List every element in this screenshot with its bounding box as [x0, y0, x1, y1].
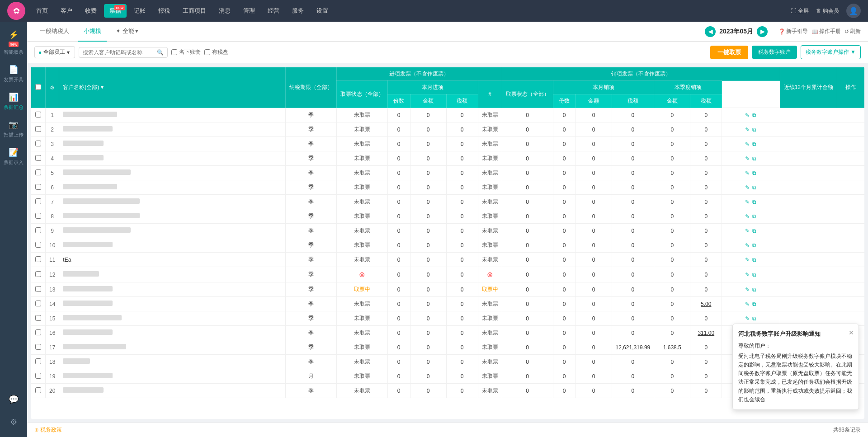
copy-btn[interactable]: ⧉	[752, 127, 756, 133]
name-cell[interactable]	[59, 108, 285, 122]
select-all-checkbox[interactable]	[35, 84, 41, 90]
edit-btn[interactable]: ✎	[745, 272, 750, 278]
checkbox-cell[interactable]	[31, 224, 46, 238]
row-checkbox[interactable]	[35, 344, 41, 350]
checkbox-cell[interactable]	[31, 369, 46, 384]
copy-btn[interactable]: ⧉	[752, 301, 756, 307]
name-cell[interactable]	[59, 180, 285, 195]
checkbox-cell[interactable]	[31, 340, 46, 355]
policy-link[interactable]: ⊙ 税务政策	[34, 426, 62, 434]
copy-btn[interactable]: ⧉	[752, 112, 756, 118]
name-cell[interactable]	[59, 355, 285, 369]
search-input[interactable]	[83, 49, 155, 56]
copy-btn[interactable]: ⧉	[752, 315, 756, 322]
tab-small-scale[interactable]: 小规模	[78, 22, 107, 42]
refresh-link[interactable]: ↺ 刷新	[844, 28, 861, 35]
checkbox-cell[interactable]	[31, 209, 46, 224]
name-cell[interactable]	[59, 340, 285, 355]
row-checkbox[interactable]	[35, 227, 41, 233]
checkbox-cell[interactable]	[31, 180, 46, 195]
checkbox-cell[interactable]	[31, 137, 46, 151]
checkbox-subaccount[interactable]: 名下账套	[171, 48, 201, 56]
checkbox-cell[interactable]	[31, 282, 46, 297]
name-cell[interactable]	[59, 151, 285, 166]
name-cell[interactable]	[59, 326, 285, 340]
name-cell[interactable]: tEa	[59, 253, 285, 267]
checkbox-cell[interactable]	[31, 151, 46, 166]
manual-link[interactable]: 📖 操作手册	[811, 28, 841, 35]
checkbox-taxdisk[interactable]: 有税盘	[204, 48, 228, 56]
search-icon[interactable]: 🔍	[157, 49, 164, 56]
edit-btn[interactable]: ✎	[745, 315, 750, 322]
row-checkbox[interactable]	[35, 198, 41, 204]
sidebar-config[interactable]: ⚙	[7, 413, 20, 432]
sidebar-chat[interactable]: 💬	[7, 390, 20, 409]
checkbox-cell[interactable]	[31, 166, 46, 180]
copy-btn[interactable]: ⧉	[752, 228, 756, 234]
name-cell[interactable]	[59, 297, 285, 311]
nav-settings[interactable]: 设置	[311, 4, 334, 18]
user-avatar[interactable]: 👤	[846, 4, 861, 18]
in-error-icon[interactable]: ⊗	[359, 271, 365, 278]
row-checkbox[interactable]	[35, 126, 41, 132]
name-cell[interactable]	[59, 267, 285, 282]
copy-btn[interactable]: ⧉	[752, 257, 756, 263]
checkbox-cell[interactable]	[31, 297, 46, 311]
copy-btn[interactable]: ⧉	[752, 155, 756, 162]
name-cell[interactable]	[59, 238, 285, 253]
copy-btn[interactable]: ⧉	[752, 287, 756, 293]
checkbox-cell[interactable]	[31, 108, 46, 122]
nav-tax[interactable]: 报税	[153, 4, 175, 18]
notification-close-btn[interactable]: ✕	[849, 328, 854, 338]
row-checkbox[interactable]	[35, 387, 41, 393]
edit-btn[interactable]: ✎	[745, 242, 750, 249]
name-cell[interactable]	[59, 195, 285, 209]
nav-fee[interactable]: 收费	[80, 4, 102, 18]
sidebar-item-scan[interactable]: 📷 扫描上传	[0, 115, 27, 143]
edit-btn[interactable]: ✎	[745, 184, 750, 191]
row-checkbox[interactable]	[35, 112, 41, 117]
nav-bookkeeping[interactable]: 记账	[128, 4, 151, 18]
row-checkbox[interactable]	[35, 271, 41, 277]
row-checkbox[interactable]	[35, 315, 41, 321]
nav-business[interactable]: 工商项目	[177, 4, 212, 18]
tax-digital-ops-btn[interactable]: 税务数字账户操作 ▼	[801, 45, 861, 59]
sidebar-item-entry[interactable]: 📝 票据录入	[0, 143, 27, 170]
row-checkbox[interactable]	[35, 358, 41, 364]
sidebar-item-invoice-open[interactable]: 📄 发票开具	[0, 60, 27, 88]
sidebar-item-smart-ticket[interactable]: ⚡ new 智能取票	[0, 25, 27, 60]
row-checkbox[interactable]	[35, 286, 41, 292]
copy-btn[interactable]: ⧉	[752, 213, 756, 220]
edit-btn[interactable]: ✎	[745, 228, 750, 234]
row-checkbox[interactable]	[35, 373, 41, 379]
row-checkbox[interactable]	[35, 213, 41, 219]
row-checkbox[interactable]	[35, 184, 41, 190]
date-next-btn[interactable]: ▶	[757, 26, 768, 37]
edit-btn[interactable]: ✎	[745, 287, 750, 293]
row-checkbox[interactable]	[35, 155, 41, 161]
edit-btn[interactable]: ✎	[745, 141, 750, 147]
copy-btn[interactable]: ⧉	[752, 272, 756, 278]
edit-btn[interactable]: ✎	[745, 112, 750, 118]
row-checkbox[interactable]	[35, 256, 41, 262]
employee-select[interactable]: ● 全部员工 ▾	[34, 46, 75, 58]
nav-message[interactable]: 消息	[213, 4, 236, 18]
nav-manage[interactable]: 管理	[238, 4, 260, 18]
name-cell[interactable]	[59, 282, 285, 297]
name-cell[interactable]	[59, 166, 285, 180]
sidebar-item-invoice-summary[interactable]: 📊 票据汇总	[0, 88, 27, 115]
checkbox-cell[interactable]	[31, 238, 46, 253]
checkbox-cell[interactable]	[31, 195, 46, 209]
checkbox-cell[interactable]	[31, 384, 46, 398]
tax-digital-btn[interactable]: 税务数字账户	[752, 46, 797, 59]
tab-general-taxpayer[interactable]: 一般纳税人	[34, 22, 75, 42]
edit-btn[interactable]: ✎	[745, 257, 750, 263]
fullscreen-btn[interactable]: ⛶ 全屏	[791, 7, 809, 15]
name-cell[interactable]	[59, 311, 285, 326]
taxdisk-checkbox[interactable]	[204, 49, 210, 55]
copy-btn[interactable]: ⧉	[752, 242, 756, 249]
checkbox-cell[interactable]	[31, 311, 46, 326]
checkbox-cell[interactable]	[31, 355, 46, 369]
name-cell[interactable]	[59, 209, 285, 224]
out-error-icon[interactable]: ⊗	[487, 271, 493, 278]
